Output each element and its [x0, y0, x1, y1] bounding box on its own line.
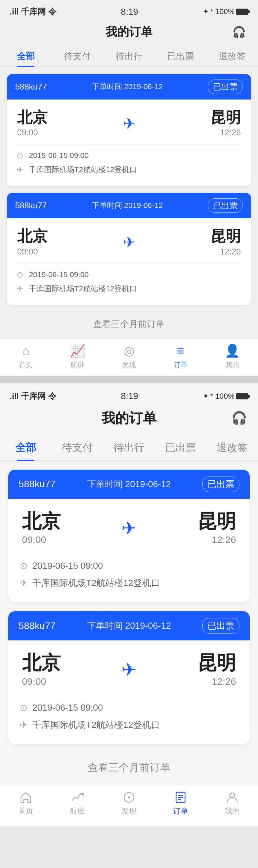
origin-time-1: 09:00	[17, 128, 47, 137]
nav-discover-2[interactable]: 发现	[103, 791, 155, 816]
order-time-label-2: 下单时间 2019-06-12	[92, 200, 163, 211]
nav-mine-label-2: 我的	[225, 806, 240, 816]
page-header-2: 我的订单 🎧	[0, 405, 258, 435]
bottom-nav-2: 首页 航班 发现 订单	[0, 785, 258, 826]
nav-orders-label-2: 订单	[173, 806, 188, 816]
tab-all-2[interactable]: 全部	[0, 435, 52, 460]
status-bar: .ill 千库网 令 8:19 ✦ * 100%	[0, 0, 258, 21]
card-header-2: 588ku77 下单时间 2019-06-12 已出票	[7, 193, 251, 218]
battery-icon-2	[236, 393, 248, 399]
nav-mine[interactable]: 👤 我的	[206, 344, 258, 369]
nav-orders-2[interactable]: 订单	[155, 791, 206, 816]
card-divider-lg-1	[19, 553, 239, 553]
clock-icon-2: ⊙	[15, 270, 25, 280]
plane-small-icon-2: ✈	[15, 284, 25, 294]
flights-icon-2	[71, 791, 84, 804]
dest-city-2: 昆明 12:26	[211, 228, 241, 256]
service-icon-btn-2[interactable]: 🎧	[230, 409, 248, 427]
page-header: 我的订单 🎧	[0, 21, 258, 45]
tab-ticketed-2[interactable]: 已出票	[155, 435, 206, 460]
screen-2: .ill 千库网 令 8:19 ✦ * 100% 我的订单 🎧 全部 待支付 待…	[0, 383, 258, 826]
info-rows-lg-1: ⊙ 2019-06-15 09:00 ✈ 千库国际机场T2航站楼12登机口	[8, 556, 250, 602]
dest-time-1: 12:26	[211, 128, 241, 137]
card-divider-2	[15, 263, 243, 264]
card-header-lg-2: 588ku77 下单时间 2019-06-12 已出票	[8, 611, 250, 640]
order-card-2[interactable]: 588ku77 下单时间 2019-06-12 已出票 北京 09:00 ✈ 昆…	[7, 193, 251, 305]
nav-home-2[interactable]: 首页	[0, 791, 52, 816]
headphone-icon: 🎧	[232, 25, 246, 39]
orders-list-2: 588ku77 下单时间 2019-06-12 已出票 北京 09:00 ✈ 昆…	[0, 461, 258, 785]
dest-name-lg-1: 昆明	[197, 511, 236, 532]
dest-city-1: 昆明 12:26	[211, 109, 241, 137]
plane-small-icon-lg-1: ✈	[19, 577, 28, 589]
dest-time-lg-1: 12:26	[197, 534, 236, 545]
view-more-btn[interactable]: 查看三个月前订单	[7, 312, 251, 338]
dest-time-2: 12:26	[211, 247, 241, 257]
nav-mine-2[interactable]: 我的	[206, 791, 258, 816]
info-rows-lg-2: ⊙ 2019-06-15 09:00 ✈ 千库国际机场T2航站楼12登机口	[8, 698, 250, 744]
battery-percent-2: * 100%	[210, 392, 235, 401]
card-divider-lg-2	[19, 695, 239, 695]
nav-orders-label: 订单	[174, 360, 187, 369]
plane-icon-lg-2: ✈	[61, 659, 197, 680]
nav-flights[interactable]: 📈 航班	[52, 344, 103, 369]
status-bar-2: .ill 千库网 令 8:19 ✦ * 100%	[0, 383, 258, 405]
clock-2: 8:19	[121, 391, 138, 401]
order-time-lg-2: 下单时间 2019-06-12	[87, 620, 171, 632]
card-header-lg-1: 588ku77 下单时间 2019-06-12 已出票	[8, 470, 250, 499]
bluetooth-icon-2: ✦	[203, 392, 209, 401]
order-status-1: 已出票	[208, 80, 243, 94]
battery-percent: * 100%	[210, 7, 235, 16]
flight-row-lg-2: 北京 09:00 ✈ 昆明 12:26	[8, 640, 250, 692]
order-status-2: 已出票	[208, 198, 243, 213]
clock-icon-lg-2: ⊙	[19, 702, 28, 713]
nav-orders[interactable]: ≡ 订单	[155, 344, 206, 369]
dest-name-2: 昆明	[211, 228, 241, 244]
origin-time-2: 09:00	[17, 247, 47, 257]
dest-name-1: 昆明	[211, 109, 241, 126]
tab-all[interactable]: 全部	[0, 45, 52, 66]
nav-flights-label-2: 航班	[70, 806, 85, 816]
order-id-lg-1: 588ku77	[19, 479, 55, 490]
order-id-2: 588ku77	[15, 201, 47, 210]
plane-icon-2: ✈	[47, 233, 211, 251]
origin-name-lg-2: 北京	[22, 652, 61, 673]
tab-pending-pay-2[interactable]: 待支付	[52, 435, 103, 460]
dest-city-lg-1: 昆明 12:26	[197, 511, 236, 546]
order-status-lg-2: 已出票	[202, 618, 239, 634]
tab-ticketed[interactable]: 已出票	[155, 45, 206, 66]
nav-discover-label: 发现	[122, 360, 136, 369]
nav-home[interactable]: ⌂ 首页	[0, 344, 52, 369]
flight-row-2: 北京 09:00 ✈ 昆明 12:26	[7, 218, 251, 260]
page-title-2: 我的订单	[101, 409, 157, 428]
info-rows-2: ⊙ 2019-06-15 09:00 ✈ 千库国际机场T2航站楼12登机口	[7, 267, 251, 305]
orders-icon-2	[174, 791, 187, 804]
order-card-1[interactable]: 588ku77 下单时间 2019-06-12 已出票 北京 09:00 ✈ 昆…	[7, 74, 251, 186]
order-card-lg-2[interactable]: 588ku77 下单时间 2019-06-12 已出票 北京 09:00 ✈ 昆…	[8, 611, 250, 744]
discover-icon-2	[122, 791, 136, 804]
origin-time-lg-1: 09:00	[22, 534, 61, 545]
flight-row-1: 北京 09:00 ✈ 昆明 12:26	[7, 100, 251, 141]
view-more-btn-2[interactable]: 查看三个月前订单	[8, 753, 250, 785]
signal-text-2: .ill 千库网 令	[10, 391, 56, 402]
origin-name-2: 北京	[17, 228, 47, 244]
clock-icon-lg-1: ⊙	[19, 560, 28, 572]
tab-pending-travel[interactable]: 待出行	[103, 45, 155, 66]
tab-refund-2[interactable]: 退改签	[206, 435, 258, 460]
order-id-1: 588ku77	[15, 82, 47, 92]
battery-status-2: ✦ * 100%	[203, 392, 248, 401]
nav-flights-2[interactable]: 航班	[52, 791, 103, 816]
tab-pending-pay[interactable]: 待支付	[52, 45, 103, 66]
flight-date-row-lg-2: ⊙ 2019-06-15 09:00	[19, 702, 239, 713]
tab-pending-travel-2[interactable]: 待出行	[103, 435, 155, 460]
battery-status: ✦ * 100%	[203, 7, 248, 16]
nav-discover[interactable]: ◎ 发现	[103, 344, 155, 369]
nav-flights-label: 航班	[71, 360, 84, 369]
tab-refund[interactable]: 退改签	[206, 45, 258, 66]
signal-text: .ill 千库网 令	[10, 6, 56, 17]
service-icon-btn[interactable]: 🎧	[230, 23, 248, 41]
plane-icon-1: ✈	[47, 115, 211, 132]
flight-date-text-1: 2019-06-15 09:00	[29, 151, 89, 160]
order-card-lg-1[interactable]: 588ku77 下单时间 2019-06-12 已出票 北京 09:00 ✈ 昆…	[8, 470, 250, 603]
order-time-lg-1: 下单时间 2019-06-12	[87, 478, 171, 490]
